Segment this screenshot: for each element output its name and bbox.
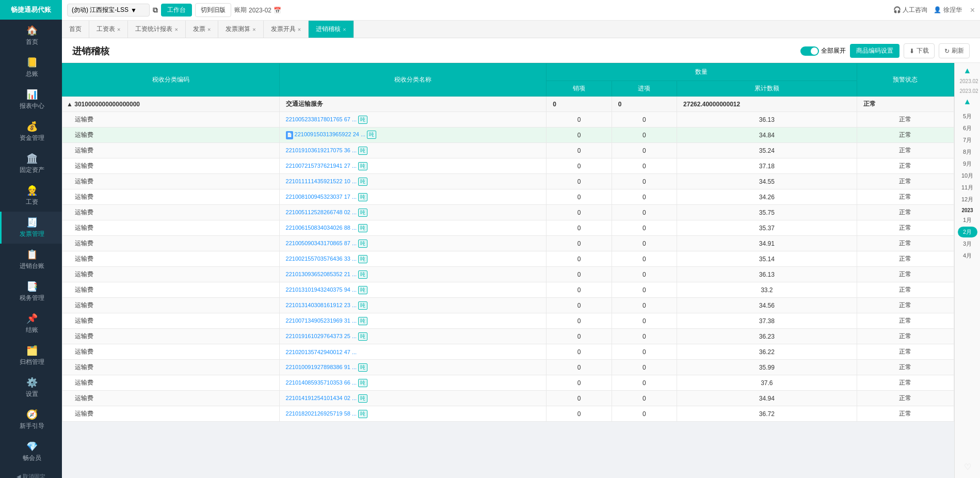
- tag-btn[interactable]: 吨: [358, 410, 367, 418]
- page-title: 进销稽核: [72, 45, 109, 57]
- xiao-cell: 0: [547, 189, 612, 205]
- row-code-cell: 221010091927898386 91 ... 吨: [279, 360, 547, 375]
- tag-btn[interactable]: 吨: [358, 178, 367, 186]
- row-code-cell: 221002155703576436 33 ... 吨: [279, 251, 547, 267]
- tag-btn[interactable]: 吨: [358, 394, 367, 403]
- tag-btn[interactable]: 吨: [358, 301, 367, 310]
- tag-btn[interactable]: 吨: [358, 147, 367, 155]
- tab-close-icon[interactable]: ×: [174, 26, 178, 33]
- close-button[interactable]: ×: [970, 6, 975, 15]
- sidebar-item-member[interactable]: 💎 畅会员: [0, 436, 62, 468]
- row-code-cell: 221008100945323037 17 ... 吨: [279, 189, 547, 205]
- sidebar-item-ledger[interactable]: 📒 总账: [0, 52, 62, 84]
- tag-btn[interactable]: 吨: [358, 270, 367, 279]
- year-month-item-2023-02b[interactable]: 2023.02: [958, 87, 977, 95]
- xiao-cell: 0: [547, 143, 612, 158]
- leiji-cell: 37.38: [677, 313, 857, 329]
- tab-invoice-calc[interactable]: 发票测算 ×: [218, 21, 263, 38]
- tab-payroll[interactable]: 工资表 ×: [89, 21, 128, 38]
- tag-btn[interactable]: 吨: [358, 162, 367, 170]
- unpin-footer[interactable]: ◀ 取消固定: [0, 468, 62, 478]
- user-avatar[interactable]: 👤 徐涅华: [934, 6, 961, 14]
- tab-inout-audit[interactable]: 进销稽核 ×: [309, 21, 354, 38]
- month-2023-3[interactable]: 3月: [958, 238, 977, 249]
- month-12[interactable]: 12月: [958, 194, 977, 205]
- file-icon[interactable]: 📄: [286, 131, 293, 139]
- refresh-button[interactable]: ↻ 刷新: [939, 43, 970, 58]
- year-month-item-2023-02a[interactable]: 2023.02: [958, 77, 977, 86]
- month-6[interactable]: 6月: [958, 123, 977, 134]
- product-code-settings-button[interactable]: 商品编码设置: [850, 44, 899, 58]
- tab-close-icon[interactable]: ×: [252, 26, 255, 33]
- table-row: 运输费 221002155703576436 33 ... 吨 0 0 35.1…: [62, 251, 954, 267]
- member-icon: 💎: [26, 441, 38, 452]
- sidebar-item-funds[interactable]: 💰 资金管理: [0, 116, 62, 148]
- tab-home[interactable]: 首页: [62, 21, 89, 38]
- tab-close-icon[interactable]: ×: [207, 26, 211, 33]
- table-row: 运输费 221006150834034026 88 ... 吨 0 0 35.3…: [62, 220, 954, 236]
- month-9[interactable]: 9月: [958, 158, 977, 169]
- status-cell: 正常: [857, 128, 954, 143]
- sidebar-item-home[interactable]: 🏠 首页: [0, 20, 62, 52]
- tag-btn[interactable]: 吨: [358, 363, 367, 372]
- tag-btn[interactable]: 吨: [358, 255, 367, 263]
- support-label: 人工咨询: [903, 6, 927, 13]
- sidebar-item-reports[interactable]: 📊 报表中心: [0, 84, 62, 116]
- period-selector[interactable]: 账期 2023-02 📅: [234, 6, 281, 14]
- tab-close-icon[interactable]: ×: [117, 26, 120, 33]
- month-2023-4[interactable]: 4月: [958, 250, 977, 261]
- sidebar-item-label: 首页: [26, 38, 38, 46]
- sidebar-item-tax[interactable]: 📑 税务管理: [0, 276, 62, 308]
- month-8[interactable]: 8月: [958, 147, 977, 157]
- period-label: 账期: [234, 6, 247, 14]
- tag-btn[interactable]: 吨: [358, 240, 367, 248]
- tag-btn[interactable]: 吨: [358, 116, 367, 124]
- month-2023-2[interactable]: 2月: [958, 227, 977, 237]
- month-5[interactable]: 5月: [958, 111, 977, 122]
- tag-btn[interactable]: 吨: [358, 209, 367, 217]
- month-7[interactable]: 7月: [958, 135, 977, 146]
- row-code-cell: 221019161029764373 25 ... 吨: [279, 329, 547, 344]
- row-name-cell: 运输费: [62, 128, 280, 143]
- copy-icon[interactable]: ⧉: [153, 6, 158, 14]
- status-cell: 正常: [857, 174, 954, 189]
- company-selector[interactable]: (勿动) 江西报宝-LSS ▼: [67, 4, 150, 17]
- sidebar-item-invoice[interactable]: 🧾 发票管理: [0, 212, 62, 244]
- tab-invoice-issue[interactable]: 发票开具 ×: [264, 21, 309, 38]
- month-11[interactable]: 11月: [958, 182, 977, 193]
- tag-btn[interactable]: 吨: [358, 379, 367, 387]
- jin-cell: 0: [612, 189, 677, 205]
- tab-payroll-stats[interactable]: 工资统计报表 ×: [128, 21, 185, 38]
- support-link[interactable]: 🎧 人工咨询: [893, 6, 927, 14]
- calendar-up-arrow2[interactable]: ▲: [963, 97, 972, 106]
- row-name-cell: 运输费: [62, 220, 280, 236]
- tab-close-icon[interactable]: ×: [343, 26, 346, 33]
- calendar-up-arrow[interactable]: ▲: [963, 66, 972, 75]
- sidebar-item-assets[interactable]: 🏛️ 固定资产: [0, 148, 62, 180]
- switch-version-button[interactable]: 切到旧版: [195, 3, 231, 17]
- sidebar-item-salary[interactable]: 👷 工资: [0, 180, 62, 212]
- sidebar-item-closing[interactable]: 📌 结账: [0, 308, 62, 340]
- expand-toggle[interactable]: [800, 46, 819, 56]
- tag-btn[interactable]: 吨: [358, 224, 367, 232]
- tag-btn[interactable]: 吨: [358, 317, 367, 325]
- invoice-icon: 🧾: [26, 217, 38, 228]
- tag-btn[interactable]: 吨: [367, 131, 376, 139]
- table-row: 运输费 221007215737621941 27 ... 吨 0 0 37.1…: [62, 158, 954, 174]
- tab-close-icon[interactable]: ×: [298, 26, 301, 33]
- tag-btn[interactable]: 吨: [358, 193, 367, 201]
- col-xiaoxiang-header: 销项: [547, 81, 612, 97]
- workspace-button[interactable]: 工作台: [161, 4, 192, 17]
- month-2023-1[interactable]: 1月: [958, 215, 977, 226]
- sidebar-item-guide[interactable]: 🧭 新手引导: [0, 404, 62, 436]
- month-10[interactable]: 10月: [958, 170, 977, 181]
- tag-btn[interactable]: 吨: [358, 332, 367, 341]
- row-code-cell: 221011111435921522 10 ... 吨: [279, 174, 547, 189]
- home-icon: 🏠: [26, 25, 38, 36]
- download-button[interactable]: ⬇ 下载: [904, 43, 935, 58]
- sidebar-item-inout[interactable]: 📋 进销台账: [0, 244, 62, 276]
- sidebar-item-archive[interactable]: 🗂️ 归档管理: [0, 340, 62, 372]
- sidebar-item-settings[interactable]: ⚙️ 设置: [0, 372, 62, 404]
- tab-invoice[interactable]: 发票 ×: [186, 21, 218, 38]
- tag-btn[interactable]: 吨: [358, 286, 367, 294]
